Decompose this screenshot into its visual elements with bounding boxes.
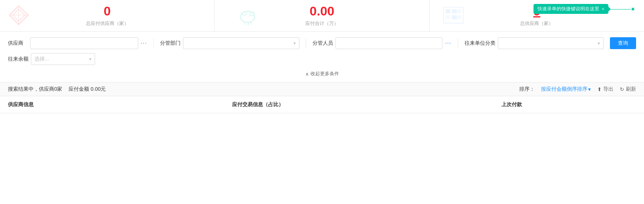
sort-select[interactable]: 按应付会额倒序排序 ▾ xyxy=(541,86,591,93)
search-button[interactable]: 查询 xyxy=(610,37,636,49)
collapse-button[interactable]: ∧ 收起更多条件 xyxy=(305,71,339,77)
supplier-input[interactable] xyxy=(30,37,138,49)
tooltip-close-btn[interactable]: × xyxy=(602,6,604,12)
payable-total-number: 0.00 xyxy=(310,4,334,18)
export-icon: ⬆ xyxy=(597,86,602,92)
total-suppliers-label: 总供应商（家） xyxy=(520,20,553,27)
supplier-label: 供应商 xyxy=(8,40,28,47)
collapse-row: ∧ 收起更多条件 xyxy=(8,69,636,78)
person-label: 分管人员 xyxy=(312,40,333,47)
filter-bar: 供应商 ··· 分管部门 ▾ 分管人员 ··· 往来单位分类 ▾ xyxy=(0,32,644,82)
stats-bar: 0 总应付供应商（家） 0.00 应付合计（万） xyxy=(0,0,644,32)
department-select[interactable]: ▾ xyxy=(183,37,299,49)
results-actions-area: 排序： 按应付会额倒序排序 ▾ ⬆ 导出 ↻ 刷新 xyxy=(519,86,636,93)
refresh-icon: ↻ xyxy=(620,86,624,92)
unit-category-label: 往来单位分类 xyxy=(465,40,495,47)
refresh-label: 刷新 xyxy=(626,86,636,93)
department-chevron-icon: ▾ xyxy=(293,41,296,46)
collapse-label: 收起更多条件 xyxy=(311,71,339,77)
data-table: 供应商信息 应付交易信息（占比） 上次付款 xyxy=(0,96,644,204)
filter-unit-category: 往来单位分类 ▾ xyxy=(465,37,604,49)
column-header-last-payment: 上次付款 xyxy=(501,101,636,108)
tooltip-bubble: 快速录单的快捷键说明在这里 × xyxy=(533,4,608,14)
total-payable-label: 总应付供应商（家） xyxy=(86,20,129,27)
stat-payable-total: 0.00 应付合计（万） xyxy=(215,0,429,31)
filter-person: 分管人员 ··· xyxy=(312,37,452,49)
stat-total-suppliers: 快速录单的快捷键说明在这里 × 0 总供应商（家） xyxy=(430,0,644,31)
unit-category-chevron-icon: ▾ xyxy=(598,41,600,46)
table-header: 供应商信息 应付交易信息（占比） 上次付款 xyxy=(0,96,644,113)
filter-row-1: 供应商 ··· 分管部门 ▾ 分管人员 ··· 往来单位分类 ▾ xyxy=(8,37,636,49)
balance-chevron-icon: ▾ xyxy=(89,57,91,62)
refresh-button[interactable]: ↻ 刷新 xyxy=(620,86,636,93)
results-info-text: 搜索结果中，供应商0家 xyxy=(8,86,62,93)
filter-balance: 往来余额 选择... ▾ xyxy=(8,53,95,65)
stat-2-wrapper: 0.00 应付合计（万） xyxy=(215,0,429,31)
person-dots-btn[interactable]: ··· xyxy=(445,40,451,47)
sort-label: 排序： xyxy=(519,86,535,93)
tooltip-text: 快速录单的快捷键说明在这里 xyxy=(537,6,599,12)
balance-select[interactable]: 选择... ▾ xyxy=(31,53,95,65)
unit-category-select[interactable]: ▾ xyxy=(498,37,604,49)
total-payable-number: 0 xyxy=(104,4,111,18)
balance-label: 往来余额 xyxy=(8,55,29,63)
collapse-chevron-icon: ∧ xyxy=(305,71,309,77)
filter-department: 分管部门 ▾ xyxy=(160,37,299,49)
department-label: 分管部门 xyxy=(160,40,181,47)
person-input[interactable] xyxy=(335,37,443,49)
export-button[interactable]: ⬆ 导出 xyxy=(597,86,614,93)
results-info-area: 搜索结果中，供应商0家 应付金额 0.00元 xyxy=(8,86,106,93)
column-header-transaction: 应付交易信息（占比） xyxy=(232,101,501,108)
column-header-supplier: 供应商信息 xyxy=(8,101,232,108)
export-label: 导出 xyxy=(603,86,614,93)
sort-chevron-icon: ▾ xyxy=(588,86,591,92)
filter-supplier: 供应商 ··· xyxy=(8,37,147,49)
divider-1 xyxy=(153,38,154,48)
results-amount-text: 应付金额 0.00元 xyxy=(69,86,106,93)
table-body xyxy=(0,113,644,204)
payable-total-label: 应付合计（万） xyxy=(305,20,339,27)
divider-3 xyxy=(458,38,458,48)
balance-placeholder: 选择... xyxy=(34,55,49,63)
stat-1-wrapper: 0 总应付供应商（家） xyxy=(0,0,214,31)
sort-value-text: 按应付会额倒序排序 xyxy=(541,86,587,93)
results-bar: 搜索结果中，供应商0家 应付金额 0.00元 排序： 按应付会额倒序排序 ▾ ⬆… xyxy=(0,82,644,96)
filter-row-2: 往来余额 选择... ▾ xyxy=(8,53,636,65)
stat-total-payable-suppliers: 0 总应付供应商（家） xyxy=(0,0,215,31)
supplier-dots-btn[interactable]: ··· xyxy=(141,40,147,47)
divider-2 xyxy=(306,38,306,48)
